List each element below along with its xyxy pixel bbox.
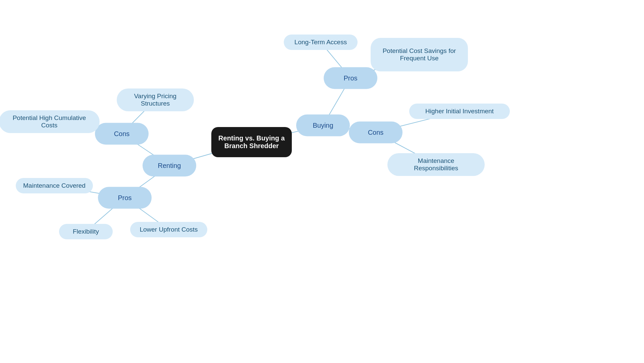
buying-pros-node: Pros: [324, 67, 377, 89]
cumulative-costs-node: Potential High Cumulative Costs: [0, 110, 100, 133]
center-node: Renting vs. Buying a Branch Shredder: [211, 127, 292, 157]
renting-node: Renting: [143, 155, 196, 177]
maintenance-covered-node: Maintenance Covered: [16, 178, 93, 193]
maintenance-responsibilities-node: Maintenance Responsibilities: [387, 153, 485, 176]
renting-cons-node: Cons: [95, 123, 149, 145]
higher-investment-node: Higher Initial Investment: [409, 104, 510, 119]
flexibility-node: Flexibility: [59, 224, 113, 239]
lower-upfront-costs-node: Lower Upfront Costs: [130, 222, 207, 237]
long-term-access-node: Long-Term Access: [284, 35, 358, 50]
varying-pricing-node: Varying Pricing Structures: [117, 88, 194, 111]
cost-savings-node: Potential Cost Savings for Frequent Use: [371, 38, 468, 71]
buying-cons-node: Cons: [349, 122, 402, 143]
renting-pros-node: Pros: [98, 187, 152, 209]
buying-node: Buying: [296, 115, 350, 136]
